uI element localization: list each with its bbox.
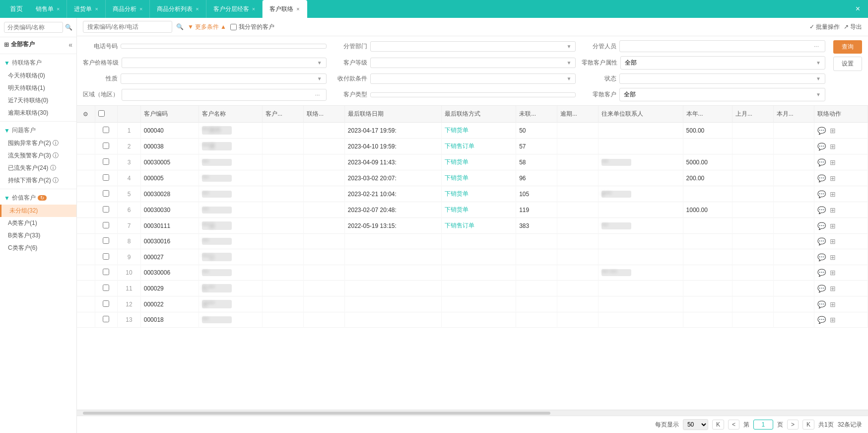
col-last-month[interactable]: 上月... [732,106,773,123]
sidebar-item-churn-warning[interactable]: 流失预警客户(3) ⓘ [0,149,76,162]
sidebar-item-class-a[interactable]: A类客户(1) [0,217,76,229]
scatter-attr-input[interactable]: 全部▼ [620,56,825,70]
reset-button[interactable]: 设置 [833,57,862,71]
region-input[interactable]: ··· [122,89,327,101]
grid-action-icon[interactable]: ⊞ [830,285,836,292]
row-checkbox-cell[interactable] [95,139,118,154]
level-input[interactable]: ▼ [370,58,576,68]
close-icon[interactable]: × [139,6,142,12]
sidebar-item-declining[interactable]: 持续下滑客户(2) ⓘ [0,174,76,187]
page-input[interactable] [753,420,773,430]
query-button[interactable]: 查询 [833,40,862,54]
comment-icon[interactable]: 💬 [817,300,826,308]
grid-action-icon[interactable]: ⊞ [830,206,836,214]
batch-op-btn[interactable]: ✓ 批量操作 [809,23,840,31]
window-close-icon[interactable]: × [852,4,864,13]
scatter-input[interactable]: 全部▼ [619,88,825,101]
sidebar-item-today[interactable]: 今天待联络(0) [0,70,76,82]
row-checkbox[interactable] [103,143,109,149]
row-last-way-cell[interactable]: 下销售订单 [442,218,516,234]
last-page-btn[interactable]: K [802,420,814,430]
search-icon[interactable]: 🔍 [176,23,184,30]
sidebar-all-customers[interactable]: ⊞ 全部客户 « [0,37,76,52]
row-checkbox-cell[interactable] [95,123,118,139]
row-checkbox[interactable] [103,237,109,244]
row-checkbox-cell[interactable] [95,281,118,296]
close-icon[interactable]: × [57,6,60,12]
nav-tab-customer-contact[interactable]: 客户联络 × [263,0,307,18]
row-last-way-cell[interactable] [442,296,516,312]
nav-home[interactable]: 首页 [4,4,29,13]
grid-action-icon[interactable]: ⊞ [830,316,836,324]
phone-input[interactable] [121,44,327,49]
row-last-way-cell[interactable]: 下销货单 [442,154,516,170]
row-checkbox[interactable] [103,316,109,322]
row-last-way-cell[interactable] [442,312,516,328]
col-type[interactable]: 客户... [263,106,304,123]
col-this-month[interactable]: 本月... [773,106,814,123]
row-checkbox[interactable] [103,206,109,213]
next-page-btn[interactable]: > [787,420,799,430]
comment-icon[interactable]: 💬 [817,174,826,182]
grid-action-icon[interactable]: ⊞ [830,158,836,166]
row-checkbox-cell[interactable] [95,234,118,249]
customer-type-input[interactable] [370,92,576,97]
nav-tab-purchase[interactable]: 进货单 × [67,0,105,18]
comment-icon[interactable]: 💬 [817,206,826,214]
row-checkbox-cell[interactable] [95,312,118,328]
price-level-input[interactable]: ▼ [122,58,327,68]
row-last-way-cell[interactable] [442,234,516,249]
row-checkbox-cell[interactable] [95,170,118,186]
last-way-link[interactable]: 下销货单 [445,174,468,181]
col-this-year[interactable]: 本年... [683,106,732,123]
sidebar-item-tomorrow[interactable]: 明天待联络(1) [0,82,76,94]
row-checkbox[interactable] [103,253,109,260]
sidebar-item-churned[interactable]: 已流失客户(24) ⓘ [0,162,76,174]
sidebar-item-7days[interactable]: 近7天待联络(0) [0,94,76,107]
col-no-contact[interactable]: 未联... [516,106,557,123]
horizontal-scrollbar[interactable] [77,410,868,416]
grid-action-icon[interactable]: ⊞ [830,174,836,182]
last-way-link[interactable]: 下销货单 [445,190,468,197]
row-last-way-cell[interactable]: 下销货单 [442,202,516,218]
comment-icon[interactable]: 💬 [817,190,826,198]
sidebar-group-value[interactable]: ▼ 价值客户 ↻ [0,191,76,205]
comment-icon[interactable]: 💬 [817,253,826,261]
nav-tab-analysis[interactable]: 商品分析 × [106,0,150,18]
prev-page-btn[interactable]: < [728,420,739,430]
row-checkbox-cell[interactable] [95,202,118,218]
row-checkbox[interactable] [103,285,109,291]
sidebar-item-hoarding[interactable]: 囤购异常客户(2) ⓘ [0,137,76,149]
row-last-way-cell[interactable]: 下销售订单 [442,139,516,154]
grid-action-icon[interactable]: ⊞ [830,253,836,261]
grid-action-icon[interactable]: ⊞ [830,143,836,150]
col-last-date[interactable]: 最后联络日期 [344,106,442,123]
row-checkbox[interactable] [103,158,109,165]
close-icon[interactable]: × [252,6,255,12]
row-checkbox[interactable] [103,269,109,275]
row-checkbox[interactable] [103,190,109,197]
row-last-way-cell[interactable] [442,249,516,265]
last-way-link[interactable]: 下销货单 [445,158,468,165]
person-input[interactable]: ··· [619,40,825,52]
comment-icon[interactable]: 💬 [817,158,826,166]
grid-action-icon[interactable]: ⊞ [830,269,836,277]
nature-input[interactable]: ▼ [121,73,327,84]
comment-icon[interactable]: 💬 [817,237,826,245]
sidebar-item-ungroup[interactable]: 未分组(32) [0,205,76,217]
grid-action-icon[interactable]: ⊞ [830,190,836,198]
nav-tab-sales[interactable]: 销售单 × [29,0,67,18]
my-customers-checkbox[interactable] [230,24,237,30]
row-checkbox-cell[interactable] [95,296,118,312]
col-last-way[interactable]: 最后联络方式 [442,106,516,123]
col-name[interactable]: 客户名称 [199,106,263,123]
row-checkbox-cell[interactable] [95,249,118,265]
row-last-way-cell[interactable]: 下销货单 [442,123,516,139]
row-checkbox[interactable] [103,300,109,307]
close-icon[interactable]: × [296,6,299,12]
comment-icon[interactable]: 💬 [817,269,826,277]
select-all-checkbox[interactable] [98,110,105,117]
grid-action-icon[interactable]: ⊞ [830,300,836,308]
close-icon[interactable]: × [196,6,199,12]
last-way-link[interactable]: 下销售订单 [445,222,474,229]
